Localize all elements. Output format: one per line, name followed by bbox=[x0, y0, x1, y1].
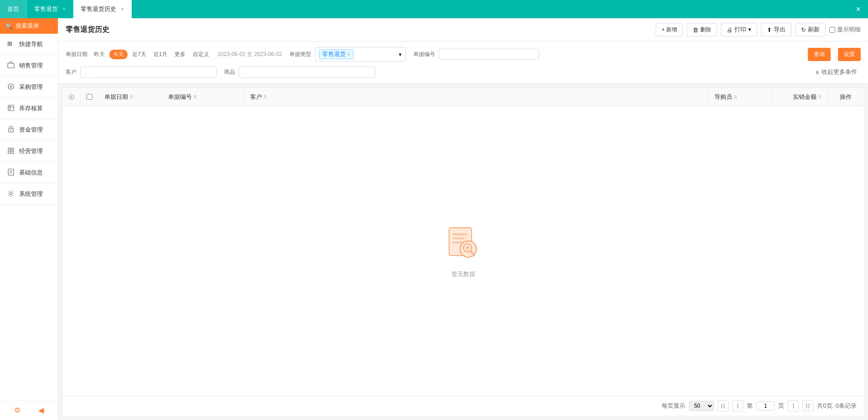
pagination: 每页显示 50 20 100 ⟨⟨ ⟨ 第 页 ⟩ ⟩⟩ 共0页, 0条记录 bbox=[62, 395, 864, 416]
customer-sort-icon: ⇅ bbox=[263, 94, 267, 99]
settings-button[interactable]: 设置 bbox=[838, 48, 861, 61]
window-close-button[interactable]: × bbox=[848, 5, 868, 14]
quick-nav-icon: ⊞ bbox=[7, 40, 15, 48]
tab-list: 首页 零售退货 × 零售退货历史 × bbox=[0, 0, 848, 18]
print-icon: 🖨 bbox=[727, 26, 733, 33]
system-mgmt-icon bbox=[7, 190, 15, 198]
sidebar-item-inventory-label: 库存核算 bbox=[19, 104, 43, 113]
sidebar-item-operations[interactable]: 经营管理 bbox=[0, 141, 58, 162]
goods-input[interactable]: ... bbox=[239, 67, 375, 78]
show-detail-input[interactable] bbox=[829, 27, 835, 33]
goods-label: 商品 bbox=[224, 68, 235, 76]
th-checkbox[interactable] bbox=[81, 89, 99, 104]
empty-icon bbox=[443, 224, 484, 265]
th-date-label: 单据日期 bbox=[104, 93, 128, 101]
th-bill-no[interactable]: 单据编号 ⇅ bbox=[163, 88, 245, 106]
filter-area: 单据日期 昨天 今天 近7天 近1月 更多 自定义 2023-06-02 至 2… bbox=[58, 41, 868, 84]
delete-button[interactable]: 🗑 删除 bbox=[687, 23, 717, 36]
date-options: 昨天 今天 近7天 近1月 更多 自定义 bbox=[91, 50, 212, 59]
tab-home[interactable]: 首页 bbox=[0, 0, 27, 18]
th-amount-label: 实销金额 bbox=[793, 93, 817, 101]
inventory-icon bbox=[7, 104, 15, 113]
goods-filter: 商品 ... bbox=[224, 67, 375, 78]
sidebar-item-basic-info[interactable]: 基础信息 bbox=[0, 162, 58, 184]
first-page-button[interactable]: ⟨⟨ bbox=[718, 400, 729, 411]
sidebar-item-sales-mgmt[interactable]: 销售管理 bbox=[0, 55, 58, 77]
main-layout: 🔍 搜索菜单 ⊞ 快捷导航 销售管理 采购管理 bbox=[0, 18, 868, 420]
empty-state: 暂无数据 bbox=[62, 106, 864, 395]
sidebar-item-system-mgmt[interactable]: 系统管理 bbox=[0, 184, 58, 205]
bill-type-select[interactable]: 零售退货 × ▾ bbox=[315, 47, 406, 61]
sidebar-item-finance[interactable]: 资金管理 bbox=[0, 119, 58, 141]
settings-bottom-icon[interactable]: ⚙ bbox=[14, 406, 21, 415]
bill-type-tag-text: 零售退货 bbox=[322, 50, 346, 58]
sidebar-bottom: ⚙ ◀ bbox=[0, 400, 58, 420]
page-size-select[interactable]: 50 20 100 bbox=[689, 401, 714, 411]
refresh-icon: ↻ bbox=[801, 26, 806, 33]
sidebar-item-quick-nav[interactable]: ⊞ 快捷导航 bbox=[0, 34, 58, 55]
th-amount[interactable]: 实销金额 ⇅ bbox=[773, 88, 827, 106]
page-title: 零售退货历史 bbox=[66, 25, 109, 35]
customer-filter: 客户 ... bbox=[66, 67, 217, 78]
date-option-yesterday[interactable]: 昨天 bbox=[91, 50, 108, 59]
tab-retail-return-history-close[interactable]: × bbox=[121, 6, 124, 12]
guide-sort-icon: ⇅ bbox=[734, 94, 737, 99]
page-number-input[interactable] bbox=[756, 401, 775, 410]
date-option-custom[interactable]: 自定义 bbox=[190, 50, 212, 59]
finance-icon bbox=[7, 126, 15, 134]
page-suffix: 页 bbox=[778, 402, 784, 410]
tab-retail-return-close[interactable]: × bbox=[62, 6, 66, 12]
th-bill-no-label: 单据编号 bbox=[168, 93, 192, 101]
header-actions: + 新增 🗑 删除 🖨 打印 ▾ ⬆ 导出 ↻ 刷新 显示明细 bbox=[656, 23, 861, 36]
query-button[interactable]: 查询 bbox=[808, 48, 831, 61]
empty-text: 暂无数据 bbox=[452, 270, 475, 278]
next-page-button[interactable]: ⟩ bbox=[788, 400, 799, 411]
sidebar-item-system-mgmt-label: 系统管理 bbox=[19, 190, 43, 198]
export-button[interactable]: ⬆ 导出 bbox=[761, 23, 791, 36]
svg-rect-2 bbox=[8, 105, 14, 111]
tab-retail-return-history[interactable]: 零售退货历史 × bbox=[73, 0, 132, 18]
last-page-button[interactable]: ⟩⟩ bbox=[802, 400, 813, 411]
collapse-sidebar-icon[interactable]: ◀ bbox=[38, 406, 44, 415]
th-date[interactable]: 单据日期 ⇅ bbox=[99, 88, 163, 106]
date-option-1month[interactable]: 近1月 bbox=[151, 50, 170, 59]
print-button[interactable]: 🖨 打印 ▾ bbox=[721, 23, 757, 36]
select-all-checkbox[interactable] bbox=[87, 94, 92, 100]
bill-type-label: 单据类型 bbox=[289, 51, 311, 58]
customer-input[interactable]: ... bbox=[80, 67, 217, 78]
bill-no-sort-icon: ⇅ bbox=[193, 94, 197, 99]
date-option-more[interactable]: 更多 bbox=[172, 50, 188, 59]
th-settings[interactable] bbox=[62, 89, 81, 105]
svg-rect-5 bbox=[8, 148, 10, 150]
refresh-button[interactable]: ↻ 刷新 bbox=[795, 23, 826, 36]
bill-type-tag-close[interactable]: × bbox=[348, 52, 350, 57]
svg-rect-14 bbox=[452, 237, 464, 239]
new-button[interactable]: + 新增 bbox=[656, 23, 683, 36]
sidebar: 🔍 搜索菜单 ⊞ 快捷导航 销售管理 采购管理 bbox=[0, 18, 58, 420]
show-detail-checkbox[interactable]: 显示明细 bbox=[829, 26, 861, 34]
date-range-display: 2023-06-02 至 2023-06-02 bbox=[217, 51, 282, 58]
sidebar-item-purchase-mgmt[interactable]: 采购管理 bbox=[0, 77, 58, 98]
table-area: 单据日期 ⇅ 单据编号 ⇅ 客户 ⇅ 导购员 ⇅ 实销金额 ⇅ bbox=[62, 87, 864, 416]
th-customer[interactable]: 客户 ⇅ bbox=[245, 88, 709, 106]
tab-retail-return[interactable]: 零售退货 × bbox=[27, 0, 73, 18]
top-bar: 首页 零售退货 × 零售退货历史 × × bbox=[0, 0, 868, 18]
date-sort-icon: ⇅ bbox=[129, 94, 133, 99]
date-option-today[interactable]: 今天 bbox=[109, 50, 128, 59]
prev-page-button[interactable]: ⟨ bbox=[732, 400, 743, 411]
collapse-button[interactable]: ∧ 收起更多条件 bbox=[812, 66, 861, 78]
collapse-text: 收起更多条件 bbox=[822, 68, 857, 76]
bill-no-label: 单据编号 bbox=[413, 51, 435, 58]
th-action-label: 操作 bbox=[840, 93, 852, 101]
sidebar-search[interactable]: 🔍 搜索菜单 bbox=[0, 18, 58, 34]
bill-no-input[interactable] bbox=[439, 49, 539, 60]
sidebar-item-inventory[interactable]: 库存核算 bbox=[0, 98, 58, 119]
date-option-7days[interactable]: 近7天 bbox=[129, 50, 149, 59]
operations-icon bbox=[7, 147, 15, 155]
svg-point-10 bbox=[10, 193, 12, 195]
svg-rect-7 bbox=[8, 151, 10, 154]
total-info: 共0页, 0条记录 bbox=[817, 402, 857, 410]
th-customer-label: 客户 bbox=[250, 93, 262, 101]
th-guide[interactable]: 导购员 ⇅ bbox=[709, 88, 773, 106]
th-guide-label: 导购员 bbox=[714, 93, 732, 101]
